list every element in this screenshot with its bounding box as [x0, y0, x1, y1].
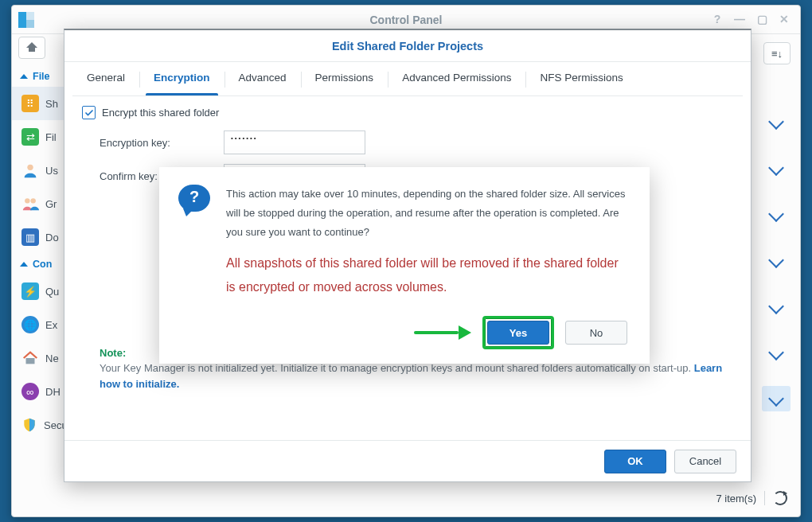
tab-strip: General Encryption Advanced Permissions …	[64, 62, 751, 95]
refresh-button[interactable]	[773, 491, 787, 505]
chevron-down-icon[interactable]	[768, 345, 784, 360]
file-services-icon: ⇄	[21, 128, 39, 146]
app-icon	[18, 12, 34, 28]
globe-icon: 🌐	[21, 316, 39, 333]
address-book-icon: ▥	[21, 228, 39, 246]
dhcp-icon: ∞	[21, 383, 39, 400]
caret-up-icon	[20, 74, 28, 79]
maximize-button[interactable]: ▢	[751, 9, 773, 29]
svg-rect-3	[26, 358, 35, 364]
cloud-bolt-icon: ⚡	[21, 282, 39, 300]
tab-nfs-permissions[interactable]: NFS Permissions	[525, 62, 637, 95]
user-icon	[21, 162, 39, 179]
note-text: Your Key Manager is not initialized yet.…	[100, 360, 733, 392]
svg-point-2	[30, 198, 35, 203]
expand-column	[762, 109, 791, 481]
group-icon	[21, 195, 39, 212]
encrypt-checkbox-label: Encrypt this shared folder	[102, 107, 219, 119]
chevron-down-icon[interactable]	[768, 252, 784, 268]
tab-encryption[interactable]: Encryption	[139, 62, 224, 95]
dialog-footer: OK Cancel	[64, 440, 751, 481]
close-button[interactable]: ✕	[773, 9, 795, 29]
chevron-down-icon[interactable]	[768, 391, 784, 407]
window-title: Control Panel	[369, 14, 442, 26]
cancel-button[interactable]: Cancel	[674, 450, 736, 473]
minimize-button[interactable]: —	[728, 9, 751, 29]
item-count: 7 item(s)	[716, 493, 756, 504]
svg-point-0	[27, 165, 33, 170]
confirm-warning: All snapshots of this shared folder will…	[226, 251, 627, 298]
encrypt-checkbox[interactable]	[82, 106, 96, 119]
svg-point-1	[25, 198, 29, 203]
question-icon: ?	[178, 185, 212, 218]
no-button[interactable]: No	[565, 321, 627, 345]
home-network-icon	[21, 349, 39, 367]
help-button[interactable]: ?	[706, 9, 728, 29]
chevron-down-icon[interactable]	[768, 114, 784, 130]
chevron-down-icon[interactable]	[768, 298, 784, 314]
tab-advanced[interactable]: Advanced	[224, 62, 301, 95]
encryption-key-input[interactable]: •••••••	[224, 130, 365, 154]
yes-button[interactable]: Yes	[487, 321, 549, 345]
tab-general[interactable]: General	[72, 62, 139, 95]
confirm-dialog: ? This action may take over 10 minutes, …	[159, 167, 650, 364]
ok-button[interactable]: OK	[604, 450, 666, 473]
window-controls: ? — ▢ ✕	[706, 9, 795, 29]
tab-permissions[interactable]: Permissions	[301, 62, 388, 95]
chevron-down-icon[interactable]	[768, 160, 784, 176]
confirm-message: This action may take over 10 minutes, de…	[226, 185, 627, 242]
encryption-key-label: Encryption key:	[100, 137, 224, 149]
chevron-down-icon[interactable]	[768, 206, 784, 222]
home-button[interactable]	[18, 37, 45, 59]
shield-icon	[21, 416, 37, 434]
folder-share-icon: ⠿	[21, 95, 39, 112]
caret-up-icon	[20, 262, 28, 267]
tab-advanced-permissions[interactable]: Advanced Permissions	[388, 62, 525, 95]
arrow-annotation	[414, 325, 471, 340]
dialog-title: Edit Shared Folder Projects	[64, 30, 751, 62]
status-footer: 7 item(s)	[235, 488, 787, 508]
yes-highlight: Yes	[482, 316, 554, 349]
